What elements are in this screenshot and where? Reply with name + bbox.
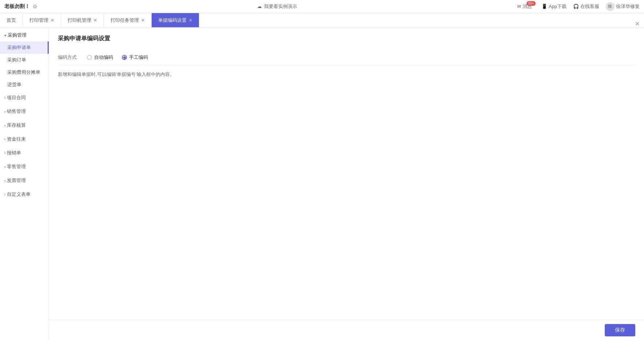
avatar: 徐 (606, 2, 615, 11)
purchase-group-label: 采购管理 (8, 32, 27, 39)
tab-print-task-management-close[interactable]: ✕ (141, 18, 145, 23)
sidebar: ▾ 采购管理 采购申请单 采购订单 采购费用分摊单 进货单 › 项目合同 › 销… (0, 28, 49, 340)
inventory-label: 库存核算 (7, 122, 26, 129)
save-button[interactable]: 保存 (605, 324, 635, 336)
sidebar-item-purchase-request[interactable]: 采购申请单 (0, 41, 49, 54)
radio-manual-label: 手工编码 (129, 54, 148, 61)
sidebar-item-goods-receipt[interactable]: 进货单 (0, 78, 49, 91)
sidebar-item-purchase-expense-label: 采购费用分摊单 (7, 69, 40, 75)
sidebar-item-custom-form[interactable]: › 自定义表单 (0, 187, 49, 201)
tab-print-management[interactable]: 打印管理 ✕ (23, 13, 61, 27)
tab-code-settings[interactable]: 单据编码设置 ✕ (152, 13, 199, 27)
invoice-label: 发票管理 (7, 177, 26, 184)
online-service-button[interactable]: 🎧 在线客服 (573, 3, 599, 10)
radio-auto[interactable]: 自动编码 (87, 54, 113, 61)
tab-code-settings-close[interactable]: ✕ (189, 18, 192, 23)
project-contract-label: 项目合同 (7, 94, 26, 101)
radio-manual-circle (122, 55, 127, 60)
sidebar-item-sales-management[interactable]: › 销售管理 (0, 105, 49, 118)
purchase-arrow-icon: ▾ (4, 33, 6, 37)
tab-printer-management-close[interactable]: ✕ (93, 18, 97, 23)
content-main: 采购申请单编码设置 编码方式 自动编码 手工编码 新增和编辑单据时,可以编辑'单… (49, 28, 644, 320)
tab-code-settings-label: 单据编码设置 (158, 17, 187, 24)
sidebar-item-project-contract[interactable]: › 项目合同 (0, 91, 49, 105)
code-mode-radio-group: 自动编码 手工编码 (87, 54, 148, 61)
sidebar-item-purchase-request-label: 采购申请单 (7, 45, 31, 50)
app-logo: 老板勿割！ (4, 3, 30, 10)
online-service-label: 在线客服 (580, 3, 599, 10)
close-all-icon: ✕ (635, 20, 640, 27)
finance-label: 资金往来 (7, 136, 26, 142)
top-bar-right: ✉ 消息 99+ 📱 App下载 🎧 在线客服 徐 徐泽华修复 (517, 2, 640, 11)
hint-text: 新增和编辑单据时,可以编辑'单据编号'输入框中的内容。 (58, 65, 635, 84)
tab-printer-management[interactable]: 打印机管理 ✕ (61, 13, 104, 27)
sales-arrow-icon: › (4, 110, 5, 114)
settings-icon[interactable]: ⚙ (33, 4, 37, 9)
sidebar-group-purchase-title[interactable]: ▾ 采购管理 (0, 28, 49, 41)
page-title: 采购申请单编码设置 (58, 35, 635, 42)
bottom-bar: 保存 (49, 320, 644, 340)
tab-home-label: 首页 (7, 17, 16, 24)
retail-arrow-icon: › (4, 165, 5, 169)
tab-printer-management-label: 打印机管理 (68, 17, 91, 24)
sidebar-item-finance[interactable]: › 资金往来 (0, 132, 49, 146)
sidebar-item-retail[interactable]: › 零售管理 (0, 160, 49, 174)
expense-arrow-icon: › (4, 151, 5, 155)
code-mode-label: 编码方式 (58, 54, 87, 61)
project-arrow-icon: › (4, 96, 5, 100)
main-layout: ▾ 采购管理 采购申请单 采购订单 采购费用分摊单 进货单 › 项目合同 › 销… (0, 28, 644, 340)
close-all-tabs-button[interactable]: ✕ (631, 20, 644, 27)
tab-print-task-management[interactable]: 打印任务管理 ✕ (104, 13, 152, 27)
finance-arrow-icon: › (4, 137, 5, 141)
tab-bar: 首页 打印管理 ✕ 打印机管理 ✕ 打印任务管理 ✕ 单据编码设置 ✕ ✕ (0, 13, 644, 28)
sidebar-item-purchase-order-label: 采购订单 (7, 57, 26, 62)
tab-print-task-management-label: 打印任务管理 (111, 17, 139, 24)
expense-report-label: 报销单 (7, 150, 21, 156)
radio-auto-circle (87, 55, 92, 60)
sidebar-item-goods-receipt-label: 进货单 (7, 82, 21, 87)
radio-auto-label: 自动编码 (94, 54, 113, 61)
sidebar-item-invoice[interactable]: › 发票管理 (0, 174, 49, 187)
sidebar-item-purchase-expense[interactable]: 采购费用分摊单 (0, 66, 49, 78)
sidebar-item-purchase-order[interactable]: 采购订单 (0, 54, 49, 66)
tab-print-management-close[interactable]: ✕ (51, 18, 54, 23)
top-bar-left: 老板勿割！ ⚙ (4, 3, 37, 10)
invoice-arrow-icon: › (4, 179, 5, 183)
app-download-icon: 📱 (541, 4, 547, 9)
sidebar-group-purchase: ▾ 采购管理 采购申请单 采购订单 采购费用分摊单 进货单 (0, 28, 49, 91)
app-download-button[interactable]: 📱 App下载 (541, 3, 567, 10)
user-name: 徐泽华修复 (616, 3, 640, 10)
app-download-label: App下载 (549, 3, 567, 10)
tab-home[interactable]: 首页 (0, 13, 23, 27)
cloud-icon: ☁ (257, 4, 262, 9)
headset-icon: 🎧 (573, 4, 579, 9)
search-demo-text: 我要看实例演示 (264, 3, 297, 10)
code-mode-row: 编码方式 自动编码 手工编码 (58, 50, 635, 65)
inventory-arrow-icon: › (4, 124, 5, 128)
message-icon: ✉ (517, 4, 521, 9)
top-bar: 老板勿割！ ⚙ ☁ 我要看实例演示 ✉ 消息 99+ 📱 App下载 🎧 在线客… (0, 0, 644, 13)
custom-form-arrow-icon: › (4, 193, 5, 197)
custom-form-label: 自定义表单 (7, 191, 31, 198)
sales-management-label: 销售管理 (7, 108, 26, 115)
user-profile[interactable]: 徐 徐泽华修复 (606, 2, 640, 11)
retail-label: 零售管理 (7, 163, 26, 170)
tab-print-management-label: 打印管理 (29, 17, 48, 24)
content-area: 采购申请单编码设置 编码方式 自动编码 手工编码 新增和编辑单据时,可以编辑'单… (49, 28, 644, 340)
radio-manual[interactable]: 手工编码 (122, 54, 148, 61)
message-count: 99+ (527, 1, 536, 6)
search-demo[interactable]: ☁ 我要看实例演示 (257, 3, 297, 10)
sidebar-item-expense-report[interactable]: › 报销单 (0, 146, 49, 160)
message-button[interactable]: ✉ 消息 99+ (517, 3, 532, 10)
sidebar-item-inventory[interactable]: › 库存核算 (0, 118, 49, 132)
